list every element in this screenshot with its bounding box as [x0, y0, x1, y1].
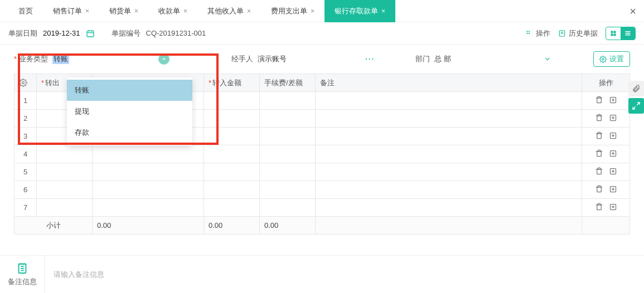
table-row[interactable]: 6 [14, 181, 630, 199]
svg-rect-13 [611, 33, 613, 36]
svg-point-19 [22, 82, 25, 84]
svg-rect-17 [626, 35, 631, 36]
svg-point-5 [529, 31, 529, 31]
calendar-icon[interactable] [86, 29, 95, 38]
close-icon[interactable]: × [85, 7, 89, 15]
attachment-icon[interactable] [628, 81, 644, 96]
row-index: 6 [14, 181, 37, 199]
form-row: 业务类型 转账 经手人 演示账号 ··· 部门 总 部 设置 [0, 45, 644, 74]
add-row-icon[interactable] [609, 185, 617, 193]
list-view-icon[interactable] [621, 27, 635, 40]
close-icon[interactable]: × [381, 7, 385, 15]
delete-row-icon[interactable] [595, 185, 603, 193]
subtotal-1: 0.00 [93, 217, 204, 235]
close-icon[interactable]: × [247, 7, 251, 15]
svg-rect-28 [597, 133, 601, 138]
tab-label: 其他收入单 [207, 6, 244, 16]
col-ops: 操作 [582, 74, 630, 92]
add-row-icon[interactable] [609, 203, 617, 211]
svg-rect-0 [87, 31, 94, 37]
svg-rect-16 [626, 33, 631, 34]
table-row[interactable]: 4 [14, 145, 630, 163]
table-row[interactable]: 7 [14, 199, 630, 217]
delete-row-icon[interactable] [595, 114, 603, 122]
svg-rect-36 [597, 169, 601, 174]
delete-row-icon[interactable] [595, 203, 603, 211]
add-row-icon[interactable] [609, 167, 617, 175]
svg-line-48 [637, 102, 640, 105]
delete-row-icon[interactable] [595, 149, 603, 158]
svg-point-6 [527, 33, 527, 33]
docno-value: CQ-20191231-001 [146, 29, 206, 37]
remark-bar: 备注信息 请输入备注信息 [0, 255, 644, 293]
svg-point-7 [529, 33, 529, 33]
delete-row-icon[interactable] [595, 131, 603, 140]
svg-rect-40 [597, 187, 601, 192]
table-row[interactable]: 5 [14, 163, 630, 181]
chevron-down-icon[interactable] [544, 55, 551, 63]
svg-rect-44 [597, 204, 601, 209]
row-index: 7 [14, 199, 37, 217]
tab-home[interactable]: 首页 [8, 0, 43, 22]
svg-line-49 [633, 106, 636, 109]
tab-label: 收款单 [158, 6, 180, 16]
svg-rect-14 [614, 33, 616, 36]
handler-combobox[interactable]: 演示账号 ··· [258, 54, 375, 65]
ops-link[interactable]: 操作 [525, 28, 550, 38]
settings-button[interactable]: 设置 [593, 51, 630, 67]
close-icon[interactable]: × [134, 7, 138, 15]
tab-expense[interactable]: 费用支出单× [261, 0, 325, 22]
dropdown-option[interactable]: 提现 [67, 101, 192, 122]
add-row-icon[interactable] [609, 149, 617, 158]
delete-row-icon[interactable] [595, 96, 603, 104]
dropdown-option[interactable]: 转账 [67, 80, 192, 101]
remark-input[interactable]: 请输入备注信息 [45, 256, 644, 293]
dept-combobox[interactable]: 总 部 [434, 54, 551, 65]
row-index: 5 [14, 163, 37, 181]
history-link[interactable]: 历史单据 [558, 28, 598, 38]
expand-icon[interactable] [628, 98, 644, 114]
gear-header[interactable] [14, 74, 37, 92]
row-index: 2 [14, 110, 37, 128]
doc-info-bar: 单据日期 2019-12-31 单据编号 CQ-20191231-001 操作 … [0, 22, 644, 45]
delete-row-icon[interactable] [595, 167, 603, 175]
tab-receipt[interactable]: 收款单× [148, 0, 197, 22]
col-in-amount: 转入金额 [204, 74, 260, 92]
close-icon[interactable]: × [311, 7, 314, 15]
subtotal-label: 小计 [14, 217, 93, 235]
more-icon[interactable]: ··· [365, 55, 375, 63]
tab-bank-transfer[interactable]: 银行存取款单× [325, 0, 395, 22]
svg-rect-24 [597, 115, 601, 120]
row-index: 1 [14, 92, 37, 110]
col-fee: 手续费/差额 [260, 74, 316, 92]
add-row-icon[interactable] [609, 131, 617, 140]
biztype-combobox[interactable]: 转账 [52, 53, 170, 65]
subtotal-3: 0.00 [204, 217, 260, 235]
dept-label: 部门 [415, 54, 430, 64]
remark-tab[interactable]: 备注信息 [0, 256, 45, 293]
tab-label: 销货单 [109, 6, 131, 16]
tab-label: 销售订单 [53, 6, 82, 16]
close-icon[interactable]: × [183, 7, 187, 15]
tab-delivery[interactable]: 销货单× [99, 0, 148, 22]
tab-sales-order[interactable]: 销售订单× [43, 0, 99, 22]
add-row-icon[interactable] [609, 96, 617, 104]
dropdown-option[interactable]: 存款 [67, 122, 192, 143]
tab-label: 银行存取款单 [335, 6, 378, 16]
grid-view-icon[interactable] [606, 27, 621, 40]
col-remark: 备注 [316, 74, 582, 92]
chevron-up-icon[interactable] [158, 53, 170, 65]
tab-label: 费用支出单 [271, 6, 307, 16]
close-all-tabs-icon[interactable]: × [630, 0, 636, 22]
svg-rect-15 [626, 31, 631, 32]
svg-rect-11 [611, 31, 613, 33]
view-toggle[interactable] [606, 27, 636, 40]
tab-other-income[interactable]: 其他收入单× [197, 0, 261, 22]
tab-bar: 首页 销售订单× 销货单× 收款单× 其他收入单× 费用支出单× 银行存取款单×… [0, 0, 644, 22]
add-row-icon[interactable] [609, 114, 617, 122]
date-value[interactable]: 2019-12-31 [43, 29, 80, 37]
svg-rect-12 [614, 31, 616, 33]
remark-placeholder: 请输入备注信息 [54, 270, 104, 280]
docno-label: 单据编号 [112, 28, 141, 38]
handler-label: 经手人 [231, 54, 253, 64]
